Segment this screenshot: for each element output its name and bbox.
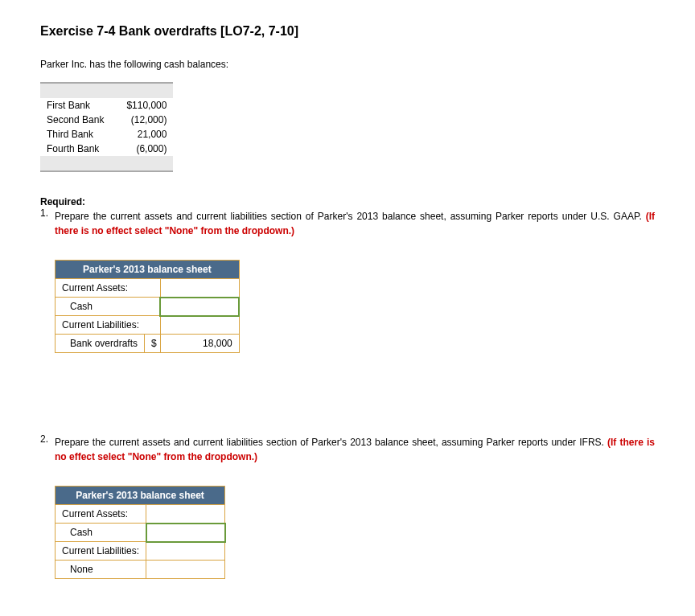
none-label: None <box>56 561 146 579</box>
table-row: Second Bank (12,000) <box>40 113 173 127</box>
balances-table: First Bank $110,000 Second Bank (12,000)… <box>40 82 173 172</box>
exercise-title: Exercise 7-4 Bank overdrafts [LO7-2, 7-1… <box>40 24 655 39</box>
table-row: First Bank $110,000 <box>40 98 173 113</box>
balance-sheet-1: Parker's 2013 balance sheet Current Asse… <box>55 260 240 353</box>
overdrafts-value[interactable]: 18,000 <box>160 335 239 353</box>
cash-input[interactable] <box>160 298 239 316</box>
req2-text: Prepare the current assets and current l… <box>55 437 607 448</box>
table-row: Fourth Bank (6,000) <box>40 142 173 156</box>
currency-symbol: $ <box>145 335 161 353</box>
bank-amount: (12,000) <box>110 113 173 127</box>
current-assets-label: Current Assets: <box>56 279 161 298</box>
intro-text: Parker Inc. has the following cash balan… <box>40 59 655 70</box>
table-row: Third Bank 21,000 <box>40 127 173 142</box>
current-assets-label: Current Assets: <box>56 505 146 524</box>
cash-label: Cash <box>56 298 161 316</box>
current-liabilities-label: Current Liabilities: <box>56 542 146 561</box>
sheet-title: Parker's 2013 balance sheet <box>56 261 240 279</box>
bank-label: Fourth Bank <box>40 142 110 156</box>
overdrafts-label: Bank overdrafts <box>56 335 145 353</box>
req1-number: 1. <box>40 207 55 258</box>
current-liabilities-label: Current Liabilities: <box>56 316 161 335</box>
bank-amount: (6,000) <box>110 142 173 156</box>
balance-sheet-2: Parker's 2013 balance sheet Current Asse… <box>55 486 226 579</box>
cash-input[interactable] <box>146 524 225 542</box>
bank-amount: $110,000 <box>110 98 173 113</box>
bank-amount: 21,000 <box>110 127 173 142</box>
bank-label: First Bank <box>40 98 110 113</box>
req2-number: 2. <box>40 433 55 484</box>
required-heading: Required: <box>40 196 655 207</box>
bank-label: Third Bank <box>40 127 110 142</box>
none-value[interactable] <box>146 561 225 579</box>
sheet-title: Parker's 2013 balance sheet <box>56 487 225 505</box>
bank-label: Second Bank <box>40 113 110 127</box>
cash-label: Cash <box>56 524 146 542</box>
req1-text: Prepare the current assets and current l… <box>55 211 646 222</box>
